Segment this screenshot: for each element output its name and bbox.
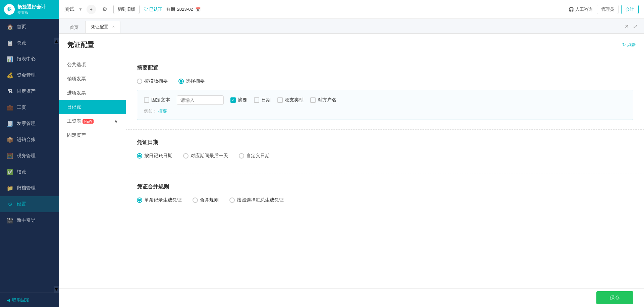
user-btns: 管理员 会计 [597,5,639,14]
left-nav: 公共选项 销项发票 进项发票 日记账 工资表NEW ∨ [59,55,126,307]
date-radio-group: 按日记账日期 对应期间最后一天 自定义日期 [137,153,633,159]
counterpart-checkbox[interactable]: 对方户名 [310,97,336,103]
income-type-checkbox[interactable]: 收支类型 [277,97,304,103]
accounting-period: 账期 2023-02 📅 [166,6,201,12]
logo-text: 畅捷通好会计 专业版 [17,4,46,15]
sidebar-item-close[interactable]: ✅ 结账 [0,164,59,180]
settings-gear-icon[interactable]: ⚙ [100,5,109,14]
footer: 保存 [59,288,644,307]
nav-purchase-invoice[interactable]: 进项发票 [59,86,126,100]
summary-title: 摘要配置 [137,64,633,72]
custom-date-circle [239,153,244,159]
tabs-bar: 首页 凭证配置 × ✕ ⤢ [59,19,644,34]
content-header: 凭证配置 ↻ 刷新 [59,34,644,55]
summary-config-box: 固定文本 摘要 日期 [137,90,633,120]
summary-select-radio[interactable]: 选择摘要 [178,78,205,84]
accountant-btn[interactable]: 会计 [621,5,639,14]
home-icon: 🏠 [7,24,13,30]
consult-btn[interactable]: 🎧 人工咨询 [569,6,593,12]
logo-icon: 畅 [4,4,15,15]
project-dropdown-icon[interactable]: ▼ [78,7,83,12]
unpin-icon: ◀ [7,298,10,303]
sidebar-item-reports[interactable]: 📊 报表中心 [0,51,59,67]
nav-sales-invoice[interactable]: 销项发票 [59,72,126,86]
certified-badge: 🛡 已认证 [144,6,162,12]
sidebar-item-settings[interactable]: ⚙ 设置 [0,196,59,212]
summary-generate-radio[interactable]: 按照选择汇总生成凭证 [229,197,284,203]
merge-rule-radio[interactable]: 合并规则 [193,197,219,203]
sidebar-item-tax[interactable]: 🧮 税务管理 [0,148,59,164]
merge-rule-circle [193,198,198,203]
page-title: 凭证配置 [67,40,94,49]
right-content: 摘要配置 按模版摘要 选择摘要 [126,55,644,307]
date-title: 凭证日期 [137,139,633,146]
fixed-text-checkbox[interactable]: 固定文本 [144,97,170,103]
fixed-text-checkbox-box [144,97,149,103]
shield-icon: 🛡 [144,7,148,12]
manager-btn[interactable]: 管理员 [597,5,619,14]
sidebar-logo: 畅 畅捷通好会计 专业版 [0,0,59,19]
tabs-actions: ✕ ⤢ [625,23,637,29]
nav-payroll[interactable]: 工资表NEW ∨ [59,114,126,128]
sidebar-nav: 🏠 首页 📋 总账 📊 报表中心 💰 资金管理 🏗 固定资产 💼 工资 🧾 发票… [0,19,59,286]
nav-public[interactable]: 公共选项 [59,58,126,72]
summary-section: 摘要配置 按模版摘要 选择摘要 [126,55,644,130]
ledger-icon: 📋 [7,40,13,46]
sidebar-item-assets[interactable]: 🏗 固定资产 [0,83,59,99]
select-radio-circle [178,79,184,84]
custom-date-radio[interactable]: 自定义日期 [239,153,270,159]
save-button[interactable]: 保存 [596,291,633,304]
tab-home[interactable]: 首页 [64,22,84,33]
summary-template-radio[interactable]: 按模版摘要 [137,78,168,84]
merge-radio-group: 单条记录生成凭证 合并规则 按照选择汇总生成凭证 [137,197,633,203]
scroll-up-btn[interactable]: ▲ [54,38,59,44]
sidebar-item-trade[interactable]: 📦 进销台账 [0,132,59,148]
tab-close-icon[interactable]: × [112,25,115,29]
single-record-circle [137,198,142,203]
period-last-day-circle [183,153,189,159]
sidebar-item-invoice[interactable]: 🧾 发票管理 [0,116,59,132]
sidebar-item-funds[interactable]: 💰 资金管理 [0,67,59,83]
sidebar-item-archive[interactable]: 📁 归档管理 [0,180,59,196]
headset-icon: 🎧 [569,7,574,12]
expand-tab-btn[interactable]: ⤢ [633,23,637,29]
refresh-btn[interactable]: ↻ 刷新 [622,42,636,48]
refresh-icon: ↻ [622,42,626,47]
summary-checkbox-box [230,97,236,103]
switch-version-btn[interactable]: 切到旧版 [113,5,140,14]
summary-radio-group: 按模版摘要 选择摘要 [137,78,633,84]
date-checkbox[interactable]: 日期 [254,97,271,103]
example-text: 例如： 摘要 [144,108,626,114]
sidebar: 畅 畅捷通好会计 专业版 ▲ 🏠 首页 📋 总账 📊 报表中心 💰 资金管理 🏗… [0,0,59,307]
sidebar-item-ledger[interactable]: 📋 总账 [0,35,59,51]
archive-icon: 📁 [7,185,13,191]
journal-date-radio[interactable]: 按日记账日期 [137,153,172,159]
invoice-icon: 🧾 [7,120,13,127]
merge-title: 凭证合并规则 [137,183,633,190]
add-btn[interactable]: + [87,5,96,14]
sidebar-item-guide[interactable]: 🎬 新手引导 [0,212,59,228]
assets-icon: 🏗 [7,88,13,95]
expand-icon: ∨ [114,119,118,124]
period-last-day-radio[interactable]: 对应期间最后一天 [183,153,228,159]
summary-generate-circle [229,198,235,203]
nav-journal[interactable]: 日记账 [59,100,126,114]
close-tab-btn[interactable]: ✕ [625,23,629,29]
content-area: 凭证配置 ↻ 刷新 公共选项 销项发票 进项发票 日记账 [59,34,644,307]
summary-checkbox[interactable]: 摘要 [230,97,247,103]
new-badge: NEW [83,119,94,124]
unpin-sidebar-btn[interactable]: ◀ 取消固定 [0,293,59,307]
tax-icon: 🧮 [7,152,13,159]
sidebar-item-home[interactable]: 🏠 首页 [0,19,59,35]
calendar-icon[interactable]: 📅 [195,7,201,12]
scroll-down-btn[interactable]: ▼ [54,286,59,293]
body-layout: 公共选项 销项发票 进项发票 日记账 工资表NEW ∨ [59,55,644,307]
nav-fixed-assets[interactable]: 固定资产 [59,128,126,142]
main-area: 凭证配置 ↻ 刷新 公共选项 销项发票 进项发票 日记账 [59,34,644,307]
funds-icon: 💰 [7,72,13,79]
fixed-text-input[interactable] [177,95,224,105]
sidebar-item-salary[interactable]: 💼 工资 [0,99,59,116]
summary-config-row: 固定文本 摘要 日期 [144,95,626,105]
tab-voucher-config[interactable]: 凭证配置 × [85,21,120,33]
single-record-radio[interactable]: 单条记录生成凭证 [137,197,182,203]
